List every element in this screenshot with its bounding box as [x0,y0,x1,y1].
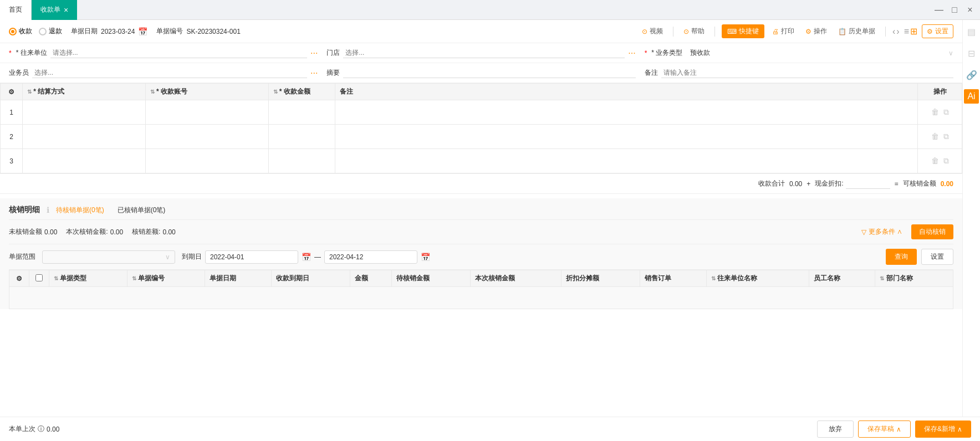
wt-number-sort-icon[interactable]: ⇅ [132,275,136,281]
wt-department-sort-icon[interactable]: ⇅ [880,275,884,281]
wt-this-time-label: 本次核销金额 [475,274,515,282]
counterpart-input[interactable] [50,48,307,58]
tab-close-icon[interactable]: × [64,6,68,14]
sidebar-list-icon[interactable]: ⊟ [966,46,977,61]
settlement-cell-3[interactable] [23,149,146,173]
amount-sort-icon[interactable]: ⇅ [273,89,278,95]
date-from-calendar-icon[interactable]: 📅 [302,253,311,261]
wt-number-label: 单据编号 [138,274,165,282]
done-tab-link[interactable]: 已核销单据(0笔) [118,206,166,215]
wt-counterpart-sort-icon[interactable]: ⇅ [711,275,716,281]
settlement-cell-1[interactable] [23,100,146,125]
settings-label: 设置 [935,27,948,36]
wt-select-all-checkbox[interactable] [35,274,43,281]
tab-home[interactable]: 首页 [0,0,32,20]
settlement-cell-2[interactable] [23,125,146,149]
account-cell-3[interactable] [145,149,268,173]
radio-refund[interactable]: 退款 [39,27,62,36]
close-button[interactable]: × [964,4,976,16]
wt-due-date-label: 收款到期日 [276,274,309,282]
store-input[interactable] [343,48,625,58]
save-draft-button[interactable]: 保存草稿 ∧ [858,421,911,438]
range-select[interactable] [47,253,163,261]
date-to-input[interactable] [324,250,417,264]
nav-prev-icon[interactable]: ‹ [892,27,895,37]
amount-cell-2[interactable] [268,125,335,149]
writeoff-info-icon[interactable]: ℹ [47,206,49,214]
summary-input[interactable] [343,68,635,78]
account-sort-icon[interactable]: ⇅ [150,89,155,95]
filter-settings-button[interactable]: 设置 [921,249,953,265]
tab-receipt[interactable]: 收款单 × [32,0,77,20]
sidebar-ai-icon[interactable]: Ai [964,89,978,104]
row-ops-1: 🗑 ⧉ [922,107,957,117]
remark-cell-3[interactable] [335,149,918,173]
shortcut-button[interactable]: ⌨ 快捷键 [722,24,764,38]
receipt-table: ⚙ ⇅ * 结算方式 ⇅ * 收款账号 ⇅ * 收款金额 [0,83,962,173]
copy-row-2-icon[interactable]: ⧉ [943,132,949,141]
maximize-button[interactable]: □ [949,4,960,16]
plus-sign: + [807,180,810,188]
remark-cell-2[interactable] [335,125,918,149]
amount-cell-3[interactable] [268,149,335,173]
delete-row-3-icon[interactable]: 🗑 [931,156,939,166]
grid-view-icon[interactable]: ⊞ [910,26,917,37]
radio-receipt[interactable]: 收款 [9,27,32,36]
sidebar-link-icon[interactable]: 🔗 [964,68,979,83]
amount-cell-1[interactable] [268,100,335,125]
print-button[interactable]: 🖨 打印 [769,25,798,37]
range-select-wrap: ∨ [42,250,175,264]
writeoff-header: 核销明细 ℹ 待核销单据(0笔) 已核销单据(0笔) [9,205,953,220]
list-view-icon[interactable]: ≡ [904,27,909,37]
account-cell-1[interactable] [145,100,268,125]
settlement-sort-icon[interactable]: ⇅ [27,89,32,95]
wt-gear-header[interactable]: ⚙ [9,270,29,287]
discard-button[interactable]: 放弃 [817,421,854,438]
discount-input[interactable] [846,178,890,189]
help-button[interactable]: ⊙ 帮助 [680,25,708,37]
wt-type-header: ⇅ 单据类型 [49,270,127,287]
row-ops-3: 🗑 ⧉ [922,156,957,166]
form-header: 收款 退款 单据日期 2023-03-24 📅 单据编号 SK-20230324… [0,20,962,43]
delete-row-1-icon[interactable]: 🗑 [931,107,939,117]
btype-dropdown-icon[interactable]: ∨ [948,49,953,57]
right-sidebar: ▤ ⊟ 🔗 Ai [962,20,980,417]
main-content: 收款 退款 单据日期 2023-03-24 📅 单据编号 SK-20230324… [0,20,962,417]
wt-type-sort-icon[interactable]: ⇅ [54,275,58,281]
save-new-button[interactable]: 保存&新增 ∧ [915,421,971,438]
history-button[interactable]: 📋 历史单据 [835,25,879,37]
date-to-calendar-icon[interactable]: 📅 [421,253,430,261]
range-dropdown-icon[interactable]: ∨ [165,253,170,261]
counterpart-more-icon[interactable]: ··· [310,48,318,58]
help-label: 帮助 [691,27,705,36]
copy-row-1-icon[interactable]: ⧉ [943,107,949,117]
sidebar-table-icon[interactable]: ▤ [965,24,978,39]
salesperson-input[interactable] [32,68,307,78]
more-conditions-label: 更多条件 ∧ [869,227,902,237]
wt-checkbox-header[interactable] [29,270,49,287]
date-calendar-icon[interactable]: 📅 [138,27,147,36]
video-icon: ⊙ [642,28,647,35]
diff-stat: 核销差额: 0.00 [132,227,176,237]
pending-tab-link[interactable]: 待核销单据(0笔) [56,206,104,215]
store-label: 门店 [326,48,340,58]
delete-row-2-icon[interactable]: 🗑 [931,132,939,141]
account-cell-2[interactable] [145,125,268,149]
wt-sales-order-header: 销售订单 [640,270,706,287]
salesperson-more-icon[interactable]: ··· [310,68,318,78]
remark-input[interactable] [661,68,953,78]
auto-writeoff-button[interactable]: 自动核销 [911,224,953,239]
filter-actions: 查询 设置 [886,249,953,265]
table-gear-header[interactable]: ⚙ [1,84,23,100]
more-conditions-btn[interactable]: ▽ 更多条件 ∧ [861,227,902,237]
minimize-button[interactable]: — [933,4,945,16]
settings-button[interactable]: ⚙ 设置 [922,24,953,38]
video-button[interactable]: ⊙ 视频 [639,25,666,37]
copy-row-3-icon[interactable]: ⧉ [943,156,949,166]
nav-next-icon[interactable]: › [896,27,899,37]
date-from-input[interactable] [205,250,298,264]
operate-button[interactable]: ⚙ 操作 [802,25,830,37]
remark-cell-1[interactable] [335,100,918,125]
store-more-icon[interactable]: ··· [628,48,635,58]
query-button[interactable]: 查询 [886,249,917,265]
